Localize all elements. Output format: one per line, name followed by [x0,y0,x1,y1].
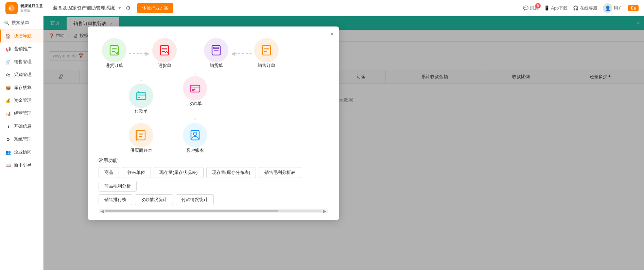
modal-close-button[interactable]: × [330,31,334,38]
func-btn-sales-profit[interactable]: 销售毛利分析表 [259,167,301,178]
flow-row-3: ↓ 供应商账本 ↓ 客户账本 [99,115,328,154]
arrow-1: ▶ [126,38,152,57]
purchase-bill-label: 进货单 [158,62,171,69]
svg-point-31 [193,132,197,136]
flow-node-purchase-order: 进货订单 [102,38,126,69]
modal-overlay[interactable]: × 进货订单 ▶ [43,16,644,270]
cart-icon: 🛒 [5,59,11,65]
sidebar-item-system[interactable]: ⚙ 系统管理 [0,133,43,146]
arrow-down-purchase [126,70,156,76]
app-download-button[interactable]: 📱 App下载 [544,5,568,11]
flow-node-sales-bill: 销货单 [204,38,228,69]
phone-icon: 📱 [544,5,550,11]
sidebar-item-guide[interactable]: 📖 新手引导 [0,159,43,172]
flow-row-1: 进货订单 ▶ 进货单 [99,35,328,69]
sidebar-item-finance[interactable]: 💰 资金管理 [0,94,43,107]
purchase-bill-icon[interactable] [152,38,177,62]
scroll-right-icon[interactable]: ▶ [322,209,328,214]
guide-icon: 📖 [5,162,11,168]
supplier-col: ↓ 供应商账本 [126,115,156,154]
svg-rect-19 [136,94,146,96]
message-icon: 💬 [523,5,528,11]
system-title: 装备及固定资产辅助管理系统 ▼ ⚙ [49,5,135,11]
sidebar-item-enterprise[interactable]: 👥 企业协同 [0,146,43,159]
func-btn-stock-status[interactable]: 现存量(库存状况表) [154,167,204,178]
scrollbar-thumb[interactable] [105,210,278,212]
func-btn-stock-dist[interactable]: 现存量(库存分布表) [206,167,256,178]
app-container: 6 畅康通好生意 标准版 装备及固定资产辅助管理系统 ▼ ⚙ 体验行业方案 💬 … [0,0,644,270]
func-grid: 商品 往来单位 现存量(库存状况表) 现存量(库存分布表) 销售毛利分析表 商品… [99,167,328,192]
receipt-col: ¥ 收款单 [183,76,207,107]
func-btn-receipt-stats[interactable]: 收款情况统计 [135,194,173,205]
customer-col: ↓ 客户账本 [183,115,207,154]
box-icon: 📦 [5,85,11,91]
func-btn-product[interactable]: 商品 [99,167,119,178]
search-icon: 🔍 [4,20,10,25]
gear-icon[interactable]: ⚙ [126,5,130,11]
sales-bill-icon[interactable] [204,38,228,62]
system-name: 装备及固定资产辅助管理系统 [53,5,115,11]
svg-rect-11 [213,47,219,49]
user-menu[interactable]: 👤 用户 [603,3,623,13]
main-area: 🔍 搜索菜单 🏠 快捷导航 📢 营销推广 🛒 销售管理 🛍 采购管理 📦 [0,16,644,270]
chart-icon: 📊 [5,110,11,116]
scroll-left-icon[interactable]: ◀ [99,209,105,214]
spacer2 [102,70,126,76]
customer-ledger-label: 客户账本 [186,147,204,154]
sidebar-search[interactable]: 🔍 搜索菜单 [0,16,43,30]
top-bar: 6 畅康通好生意 标准版 装备及固定资产辅助管理系统 ▼ ⚙ 体验行业方案 💬 … [0,0,644,16]
sidebar-item-marketing[interactable]: 📢 营销推广 [0,42,43,55]
svg-text:6: 6 [9,6,12,11]
settings-icon: ⚙ [5,136,11,142]
arrow-down-sales: ↓ [183,70,207,76]
payment-icon[interactable]: ¥ [129,84,153,108]
sales-order-icon[interactable] [254,38,279,62]
modal-scrollbar[interactable]: ◀ ▶ [99,209,328,213]
headset-icon: 🎧 [573,5,578,11]
func-btn-partner[interactable]: 往来单位 [122,167,151,178]
sidebar: 🔍 搜索菜单 🏠 快捷导航 📢 营销推广 🛒 销售管理 🛍 采购管理 📦 [0,16,43,270]
common-functions-title: 常用功能 [99,158,328,164]
avatar: 👤 [603,3,612,13]
customer-ledger-icon[interactable] [183,123,207,147]
flow-node-sales-order: 销售订单 [254,38,279,69]
dropdown-arrow-icon[interactable]: ▼ [118,6,122,11]
sidebar-item-quick-nav[interactable]: 🏠 快捷导航 [0,30,43,42]
online-service-button[interactable]: 🎧 在线客服 [573,5,597,11]
logo-text: 畅康通好生意 标准版 [20,3,43,13]
sidebar-item-operations[interactable]: 📊 经营管理 [0,107,43,120]
spacer3 [156,70,183,76]
flow-row-2b: ↓ ¥ 付款单 ¥ [99,76,328,114]
func-btn-sales-rank[interactable]: 销售排行榜 [99,194,132,205]
money-icon: 💰 [5,97,11,104]
quick-nav-modal: × 进货订单 ▶ [88,26,339,220]
sidebar-item-inventory[interactable]: 📦 库存核算 [0,81,43,94]
svg-text:¥: ¥ [193,87,196,91]
experience-button[interactable]: 体验行业方案 [137,3,173,13]
svg-rect-18 [136,93,146,100]
sidebar-item-purchase[interactable]: 🛍 采购管理 [0,68,43,81]
sidebar-item-basic-info[interactable]: ℹ 基础信息 [0,120,43,133]
logo-icon: 6 [5,2,18,14]
scrollbar-track[interactable] [105,210,322,212]
message-badge: 5 [535,3,541,8]
home-icon: 🏠 [5,33,11,39]
flow-row-2: ↓ [99,70,328,76]
info-icon: ℹ [5,123,11,129]
message-button[interactable]: 💬 消息 5 [523,5,539,11]
supplier-ledger-label: 供应商账本 [130,147,152,154]
svg-rect-20 [138,97,140,98]
func-btn-payment-stats[interactable]: 付款情况统计 [176,194,214,205]
logo-area: 6 畅康通好生意 标准版 [5,2,49,14]
receipt-icon[interactable]: ¥ [183,76,207,101]
sidebar-item-sales[interactable]: 🛒 销售管理 [0,55,43,68]
megaphone-icon: 📢 [5,46,11,52]
purchase-order-icon[interactable] [102,38,126,62]
arrow-2: ◀ [228,38,254,57]
supplier-ledger-icon[interactable] [129,123,153,147]
common-functions: 常用功能 商品 往来单位 现存量(库存状况表) 现存量(库存分布表) 销售毛利分… [99,158,328,205]
func-btn-product-profit[interactable]: 商品毛利分析 [99,181,137,192]
payment-col: ↓ ¥ 付款单 [126,76,156,114]
receipt-label: 收款单 [189,101,202,107]
ea-badge: Ea [628,5,639,11]
